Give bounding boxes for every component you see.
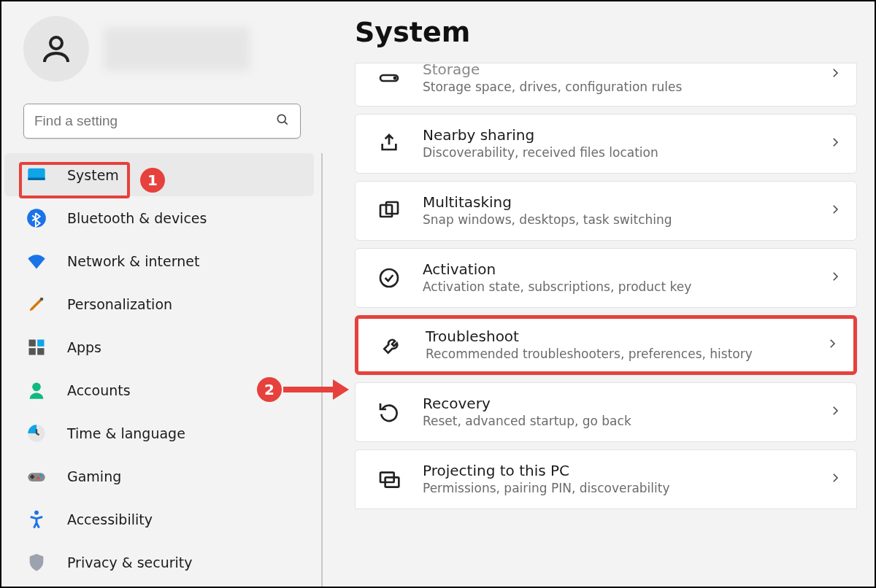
- sidebar-item-gaming[interactable]: Gaming: [4, 454, 314, 498]
- row-title: Activation: [423, 260, 829, 279]
- sidebar: System Bluetooth & devices Network & int…: [1, 1, 323, 587]
- gaming-icon: [26, 466, 47, 487]
- chevron-right-icon: [829, 471, 842, 487]
- recovery-icon: [377, 401, 401, 424]
- settings-window: System Bluetooth & devices Network & int…: [0, 0, 876, 588]
- svg-rect-10: [37, 348, 44, 355]
- accounts-icon: [26, 380, 47, 401]
- row-desc: Reset, advanced startup, go back: [423, 413, 829, 430]
- row-activation[interactable]: Activation Activation state, subscriptio…: [355, 248, 857, 308]
- row-projecting[interactable]: Projecting to this PC Permissions, pairi…: [355, 449, 857, 509]
- sidebar-item-label: Accounts: [67, 382, 131, 398]
- svg-point-16: [34, 510, 39, 514]
- svg-point-15: [36, 476, 39, 479]
- chevron-right-icon: [829, 136, 842, 152]
- accessibility-icon: [26, 509, 47, 530]
- activation-icon: [377, 266, 401, 290]
- nav-divider: [321, 153, 323, 587]
- avatar: [23, 16, 89, 82]
- svg-rect-8: [37, 339, 44, 346]
- svg-point-0: [50, 37, 62, 49]
- row-desc: Activation state, subscriptions, product…: [423, 279, 829, 295]
- sidebar-item-label: Network & internet: [67, 253, 199, 269]
- chevron-right-icon: [829, 404, 842, 420]
- svg-point-18: [394, 77, 396, 79]
- sidebar-item-label: Apps: [67, 339, 101, 355]
- sidebar-item-network[interactable]: Network & internet: [4, 239, 314, 282]
- svg-point-1: [277, 115, 285, 123]
- sidebar-item-personalization[interactable]: Personalization: [4, 282, 314, 325]
- svg-rect-9: [29, 348, 36, 355]
- projecting-icon: [377, 468, 401, 491]
- sidebar-item-accessibility[interactable]: Accessibility: [4, 498, 314, 541]
- apps-icon: [26, 337, 47, 357]
- chevron-right-icon: [826, 337, 839, 353]
- sidebar-item-label: Privacy & security: [67, 554, 193, 570]
- system-icon: [26, 165, 47, 185]
- svg-point-21: [380, 269, 398, 287]
- main-panel: System Storage Storage space, drives, co…: [323, 1, 875, 587]
- page-title: System: [355, 16, 857, 48]
- wrench-icon: [380, 333, 404, 357]
- chevron-right-icon: [829, 203, 842, 219]
- sidebar-item-apps[interactable]: Apps: [4, 325, 314, 368]
- row-desc: Storage space, drives, configuration rul…: [423, 79, 829, 96]
- chevron-right-icon: [829, 66, 842, 82]
- svg-line-2: [285, 122, 288, 125]
- row-desc: Discoverability, received files location: [423, 144, 829, 161]
- row-title: Nearby sharing: [423, 126, 829, 144]
- svg-rect-7: [29, 339, 36, 346]
- row-title: Recovery: [423, 395, 829, 413]
- annotation-arrow: [283, 387, 336, 392]
- sidebar-item-time[interactable]: Time & language: [4, 411, 314, 454]
- row-desc: Recommended troubleshooters, preferences…: [426, 346, 826, 363]
- sidebar-item-label: Time & language: [67, 425, 185, 441]
- svg-point-11: [32, 382, 41, 391]
- row-title: Projecting to this PC: [423, 462, 829, 480]
- search-box[interactable]: [23, 104, 301, 139]
- time-icon: [26, 423, 47, 444]
- row-title: Storage: [423, 63, 829, 79]
- brush-icon: [26, 294, 47, 314]
- sidebar-item-privacy[interactable]: Privacy & security: [4, 541, 314, 584]
- sidebar-item-label: System: [67, 167, 119, 183]
- annotation-badge-2: 2: [257, 377, 282, 402]
- share-icon: [377, 132, 401, 155]
- bluetooth-icon: [26, 208, 47, 228]
- storage-icon: [377, 66, 401, 90]
- row-multitasking[interactable]: Multitasking Snap windows, desktops, tas…: [355, 181, 857, 241]
- chevron-right-icon: [829, 270, 842, 286]
- row-storage[interactable]: Storage Storage space, drives, configura…: [355, 63, 857, 107]
- row-recovery[interactable]: Recovery Reset, advanced startup, go bac…: [355, 382, 857, 442]
- row-troubleshoot[interactable]: Troubleshoot Recommended troubleshooters…: [355, 315, 857, 375]
- row-title: Multitasking: [423, 193, 829, 212]
- wifi-icon: [26, 251, 47, 271]
- search-icon: [275, 112, 290, 130]
- sidebar-item-label: Accessibility: [67, 511, 153, 527]
- svg-point-6: [40, 297, 44, 301]
- settings-rows: Storage Storage space, drives, configura…: [355, 63, 857, 587]
- sidebar-item-bluetooth[interactable]: Bluetooth & devices: [4, 196, 314, 239]
- row-nearby-sharing[interactable]: Nearby sharing Discoverability, received…: [355, 114, 857, 174]
- profile-name-blurred: [104, 27, 250, 71]
- annotation-badge-1: 1: [140, 168, 165, 193]
- svg-point-5: [27, 209, 46, 228]
- sidebar-item-label: Personalization: [67, 296, 172, 312]
- multitasking-icon: [377, 199, 401, 223]
- profile-area[interactable]: [1, 16, 323, 95]
- svg-rect-4: [28, 177, 45, 180]
- svg-point-14: [39, 473, 42, 476]
- sidebar-item-label: Bluetooth & devices: [67, 210, 207, 226]
- search-input[interactable]: [34, 113, 275, 129]
- shield-icon: [26, 552, 47, 573]
- row-title: Troubleshoot: [426, 328, 826, 346]
- sidebar-item-label: Gaming: [67, 468, 121, 484]
- sidebar-nav: System Bluetooth & devices Network & int…: [1, 153, 323, 587]
- row-desc: Snap windows, desktops, task switching: [423, 212, 829, 228]
- row-desc: Permissions, pairing PIN, discoverabilit…: [423, 480, 829, 497]
